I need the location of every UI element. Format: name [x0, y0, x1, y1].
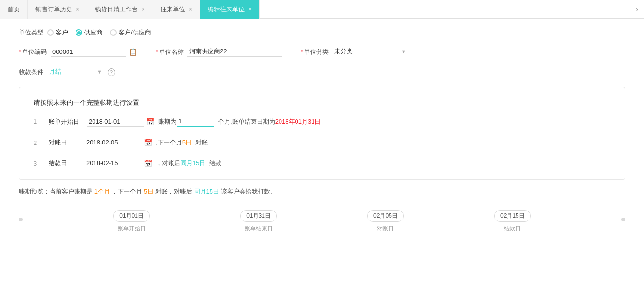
unit-name-group: * 单位名称 — [156, 47, 282, 57]
preview-prefix: 账期预览：当前客户账期是 — [19, 188, 93, 195]
period-row-2-label: 对账日 — [49, 138, 77, 147]
period-reconcile-date-input[interactable] — [85, 138, 141, 147]
preview-text: 账期预览：当前客户账期是 1个月 ，下一个月 5日 对账，对账后 同月15日 该… — [19, 187, 625, 196]
tabs-bar: 首页 销售订单历史 × 钱货日清工作台 × 往来单位 × 编辑往来单位 × › — [0, 0, 644, 19]
timeline-node-2-label: 账单结束日 — [245, 225, 273, 233]
unit-code-required: * — [19, 48, 21, 55]
radio-both[interactable]: 客户/供应商 — [110, 28, 151, 37]
close-sales-history-icon[interactable]: × — [76, 6, 79, 13]
payment-value: 月结 — [49, 68, 93, 76]
period-row-1-mid: 账期为 — [158, 118, 177, 126]
timeline-node-1-label: 账单开始日 — [118, 225, 146, 233]
preview-highlight2: 5日 — [144, 188, 153, 195]
unit-type-label: 单位类型 — [19, 28, 43, 37]
period-row-2-suffix: 对账 — [195, 138, 208, 147]
period-row-2: 2 对账日 📅 ,下一个月 5日 对账 — [34, 138, 610, 147]
payment-dropdown[interactable]: 月结 ▼ — [47, 67, 104, 77]
radio-group: 客户 供应商 客户/供应商 — [47, 28, 151, 37]
tab-sales-history-label: 销售订单历史 — [35, 5, 72, 14]
tab-sales-history[interactable]: 销售订单历史 × — [28, 0, 87, 19]
payment-label: 收款条件 — [19, 68, 43, 76]
unit-category-required: * — [301, 48, 303, 55]
unit-type-group: 单位类型 客户 供应商 客户/供应商 — [19, 28, 151, 37]
preview-mid2: 对账，对账后 — [155, 188, 192, 195]
timeline-end-dot — [621, 218, 625, 221]
unit-category-value: 未分类 — [334, 47, 397, 56]
unit-code-group: * 单位编码 📋 — [19, 47, 137, 57]
close-partners-icon[interactable]: × — [189, 6, 192, 13]
period-row-1-label: 账单开始日 — [49, 118, 79, 126]
radio-supplier[interactable]: 供应商 — [76, 28, 102, 37]
period-row-2-prefix: ,下一个月 — [156, 138, 182, 147]
tab-home[interactable]: 首页 — [0, 0, 28, 19]
timeline-node-4: 02月15日 结款日 — [494, 210, 531, 233]
timeline-node-3: 02月05日 对账日 — [367, 210, 404, 233]
period-row-3-prefix: ，对账后 — [156, 159, 180, 168]
timeline: 01月01日 账单开始日 01月31日 账单结束日 02月05日 对账日 02月… — [19, 205, 625, 237]
period-row-1-end-date: 2018年01月31日 — [275, 118, 321, 126]
period-row-1-num: 1 — [34, 118, 43, 125]
payment-group: 收款条件 月结 ▼ ? — [19, 67, 115, 77]
period-months-input[interactable] — [177, 117, 214, 127]
unit-category-arrow-icon: ▼ — [401, 49, 406, 54]
period-row-2-highlight: 5日 — [182, 138, 192, 147]
unit-name-required: * — [156, 48, 158, 55]
tab-cashflow[interactable]: 钱货日清工作台 × — [87, 0, 153, 19]
period-row-1-suffix: 个月,账单结束日期为 — [218, 118, 275, 126]
timeline-node-3-label: 对账日 — [377, 225, 394, 233]
close-edit-partner-icon[interactable]: × — [248, 6, 252, 13]
tab-edit-partner-label: 编辑往来单位 — [208, 5, 245, 14]
timeline-start-dot — [19, 218, 23, 221]
period-payment-cal-icon[interactable]: 📅 — [144, 160, 152, 167]
close-cashflow-icon[interactable]: × — [142, 6, 145, 13]
period-start-cal-icon[interactable]: 📅 — [146, 118, 154, 126]
period-box-title: 请按照未来的一个完整帐期进行设置 — [34, 99, 610, 107]
timeline-points: 01月01日 账单开始日 01月31日 账单结束日 02月05日 对账日 02月… — [19, 210, 625, 233]
unit-code-label: 单位编码 — [22, 48, 47, 56]
radio-customer-circle — [47, 29, 54, 36]
tab-edit-partner[interactable]: 编辑往来单位 × — [200, 0, 260, 19]
unit-category-group: * 单位分类 未分类 ▼ — [301, 46, 408, 57]
unit-category-dropdown[interactable]: 未分类 ▼ — [332, 46, 408, 57]
timeline-node-2-date: 01月31日 — [240, 210, 277, 222]
period-row-3: 3 结款日 📅 ，对账后 同月15日 结款 — [34, 159, 610, 168]
radio-supplier-label: 供应商 — [84, 28, 102, 37]
preview-mid1: ，下一个月 — [111, 188, 142, 195]
timeline-node-2: 01月31日 账单结束日 — [240, 210, 277, 233]
timeline-node-4-date: 02月15日 — [494, 210, 531, 222]
payment-help-icon[interactable]: ? — [108, 68, 115, 76]
tabs-more-icon[interactable]: › — [630, 5, 644, 14]
page-content: 单位类型 客户 供应商 客户/供应商 * 单位编码 — [0, 19, 644, 287]
period-box: 请按照未来的一个完整帐期进行设置 1 账单开始日 📅 账期为 个月,账单结束日期… — [19, 87, 625, 180]
period-reconcile-cal-icon[interactable]: 📅 — [144, 139, 152, 146]
timeline-node-4-label: 结款日 — [504, 225, 521, 233]
unit-info-row: * 单位编码 📋 * 单位名称 * 单位分类 未分类 ▼ — [19, 46, 625, 57]
radio-customer[interactable]: 客户 — [47, 28, 68, 37]
radio-customer-label: 客户 — [56, 28, 68, 37]
radio-both-circle — [110, 29, 117, 36]
timeline-node-3-date: 02月05日 — [367, 210, 404, 222]
unit-name-input[interactable] — [187, 47, 282, 57]
period-start-date-input[interactable] — [87, 117, 144, 127]
period-row-3-suffix: 结款 — [209, 159, 221, 168]
period-row-1: 1 账单开始日 📅 账期为 个月,账单结束日期为 2018年01月31日 — [34, 117, 610, 127]
radio-supplier-circle — [76, 29, 82, 36]
unit-code-input[interactable] — [51, 47, 126, 57]
unit-code-copy-icon[interactable]: 📋 — [129, 48, 137, 56]
period-row-3-highlight: 同月15日 — [180, 159, 205, 168]
preview-suffix: 该客户会给我打款。 — [221, 188, 276, 195]
unit-type-row: 单位类型 客户 供应商 客户/供应商 — [19, 28, 625, 37]
tab-partners-label: 往来单位 — [161, 5, 185, 14]
tab-home-label: 首页 — [8, 5, 20, 14]
period-row-3-label: 结款日 — [49, 159, 77, 168]
timeline-node-1-date: 01月01日 — [113, 210, 150, 222]
tab-partners[interactable]: 往来单位 × — [153, 0, 200, 19]
preview-highlight1: 1个月 — [94, 188, 110, 195]
period-row-3-num: 3 — [34, 160, 43, 167]
period-payment-date-input[interactable] — [85, 159, 141, 168]
payment-row: 收款条件 月结 ▼ ? — [19, 67, 625, 77]
timeline-node-1: 01月01日 账单开始日 — [113, 210, 150, 233]
unit-name-label: 单位名称 — [159, 48, 184, 56]
radio-both-label: 客户/供应商 — [119, 28, 151, 37]
period-row-2-num: 2 — [34, 139, 43, 146]
